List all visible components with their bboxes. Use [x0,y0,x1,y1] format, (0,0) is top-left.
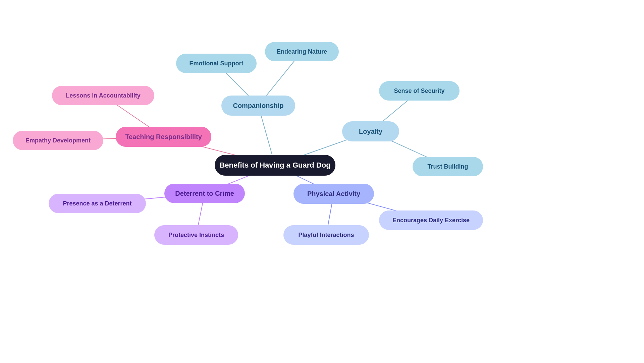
empathy-development-label: Empathy Development [25,137,91,144]
protective-instincts-label: Protective Instincts [168,232,224,239]
teaching-responsibility-node: Teaching Responsibility [116,127,211,147]
center-label: Benefits of Having a Guard Dog [219,161,330,170]
empathy-development-node: Empathy Development [13,131,103,150]
encourages-exercise-node: Encourages Daily Exercise [379,210,483,230]
emotional-support-node: Emotional Support [176,54,257,73]
lessons-accountability-node: Lessons in Accountability [52,86,154,105]
companionship-label: Companionship [233,102,283,110]
playful-interactions-node: Playful Interactions [283,225,369,245]
deterrent-crime-label: Deterrent to Crime [175,190,234,197]
center-node: Benefits of Having a Guard Dog [215,155,335,176]
endearing-nature-label: Endearing Nature [277,48,327,55]
endearing-nature-node: Endearing Nature [265,42,339,61]
presence-deterrent-label: Presence as a Deterrent [63,200,131,207]
deterrent-crime-node: Deterrent to Crime [164,184,245,203]
companionship-node: Companionship [221,96,295,116]
sense-of-security-node: Sense of Security [379,81,460,101]
loyalty-node: Loyalty [342,121,399,141]
emotional-support-label: Emotional Support [190,60,244,67]
encourages-exercise-label: Encourages Daily Exercise [392,217,470,224]
presence-deterrent-node: Presence as a Deterrent [49,194,146,213]
physical-activity-label: Physical Activity [307,190,360,198]
lessons-accountability-label: Lessons in Accountability [66,92,140,99]
teaching-responsibility-label: Teaching Responsibility [125,133,202,141]
playful-interactions-label: Playful Interactions [298,232,354,239]
sense-of-security-label: Sense of Security [394,87,444,95]
trust-building-node: Trust Building [413,157,483,176]
loyalty-label: Loyalty [359,128,382,135]
protective-instincts-node: Protective Instincts [154,225,238,245]
physical-activity-node: Physical Activity [293,184,374,204]
trust-building-label: Trust Building [428,163,468,170]
